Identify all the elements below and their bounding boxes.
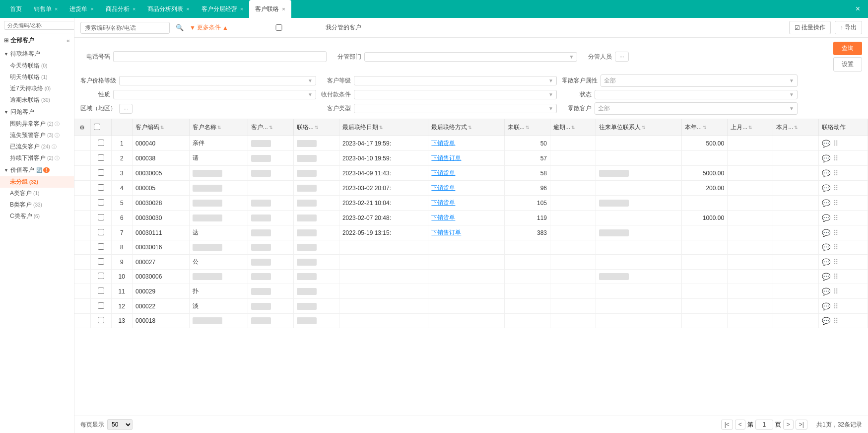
action-chat-8[interactable]: 💬 [822, 258, 830, 266]
tab-customer-layer[interactable]: 客户分层经营 × [196, 0, 249, 18]
sidebar-item-C[interactable]: C类客户 (6) [0, 211, 74, 222]
filter-person-btn[interactable]: ··· [615, 52, 628, 62]
tab-analysis-list[interactable]: 商品分析列表 × [141, 0, 195, 18]
first-page-btn[interactable]: |< [721, 420, 733, 430]
row-checkbox-11[interactable] [98, 302, 104, 309]
sidebar-item-overdue[interactable]: 逾期未联络 (30) [0, 94, 74, 106]
tab-analysis-list-close[interactable]: × [186, 6, 189, 12]
sidebar-item-abnormal[interactable]: 囤购异常客户 (2) ⓘ [0, 118, 74, 130]
row-checkbox-10[interactable] [98, 288, 104, 294]
action-more-3[interactable]: ⠿ [833, 184, 838, 192]
close-all-tabs[interactable]: × [852, 4, 864, 13]
action-chat-4[interactable]: 💬 [822, 199, 830, 207]
filter-retail-select[interactable]: 全部 ▼ [595, 102, 798, 115]
col-last-month[interactable]: 上月...⇅ [728, 119, 773, 136]
action-more-8[interactable]: ⠿ [833, 258, 838, 266]
last-contact-type-link[interactable]: 下销货单 [431, 184, 455, 191]
action-more-10[interactable]: ⠿ [833, 288, 838, 295]
my-customers-checkbox[interactable] [234, 24, 324, 31]
batch-op-btn[interactable]: ☑ 批量操作 [789, 21, 831, 34]
last-page-btn[interactable]: >| [796, 420, 807, 430]
action-more-4[interactable]: ⠿ [833, 199, 838, 207]
action-chat-5[interactable]: 💬 [822, 214, 830, 222]
last-contact-type-link[interactable]: 下销货单 [431, 140, 455, 146]
action-more-9[interactable]: ⠿ [833, 273, 838, 281]
last-contact-type-link[interactable]: 下销货单 [431, 214, 455, 221]
action-more-6[interactable]: ⠿ [833, 229, 838, 237]
filter-nature-select[interactable]: ▼ [113, 90, 316, 99]
filter-status-select[interactable]: ▼ [595, 90, 798, 99]
more-conditions-btn[interactable]: ▼ 更多条件 ▲ [190, 23, 228, 32]
tab-customer-contact-close[interactable]: × [282, 6, 285, 12]
tab-purchase-close[interactable]: × [90, 6, 93, 12]
sidebar-item-declining[interactable]: 持续下滑客户 (2) ⓘ [0, 152, 74, 164]
action-chat-10[interactable]: 💬 [822, 288, 830, 295]
my-customers-filter[interactable]: 我分管的客户 [234, 23, 361, 32]
pending-section-header[interactable]: ▼ 待联络客户 [0, 48, 74, 60]
row-checkbox-3[interactable] [98, 184, 104, 191]
tab-purchase[interactable]: 进货单 × [64, 0, 99, 18]
tab-sales-close[interactable]: × [55, 6, 58, 12]
row-checkbox-1[interactable] [98, 154, 104, 161]
action-chat-9[interactable]: 💬 [822, 273, 830, 281]
action-chat-7[interactable]: 💬 [822, 243, 830, 251]
value-section-header[interactable]: ▼ 价值客户 🔄 ! [0, 164, 74, 176]
all-customers-header[interactable]: ⊞ 全部客户 « [0, 33, 74, 48]
action-more-12[interactable]: ⠿ [833, 317, 838, 325]
filter-customer-level-select[interactable]: ▼ [354, 76, 557, 85]
tab-analysis-close[interactable]: × [133, 6, 135, 12]
sidebar-item-today[interactable]: 今天待联络 (0) [0, 60, 74, 72]
search-input[interactable] [80, 22, 170, 34]
row-checkbox-8[interactable] [98, 258, 104, 265]
reset-btn[interactable]: 设置 [833, 57, 862, 72]
sidebar-item-ungroup[interactable]: 未分组 (32) [0, 176, 74, 188]
filter-retail-attr-select[interactable]: 全部 ▼ [601, 74, 798, 87]
row-checkbox-12[interactable] [98, 317, 104, 323]
tab-customer-contact[interactable]: 客户联络 × [249, 0, 291, 18]
filter-region-btn[interactable]: ··· [119, 104, 133, 114]
filter-payment-select[interactable]: ▼ [354, 90, 557, 99]
sidebar-item-warning[interactable]: 流失预警客户 (3) ⓘ [0, 130, 74, 141]
col-gear[interactable]: ⚙ [74, 119, 90, 136]
action-chat-12[interactable]: 💬 [822, 317, 830, 325]
action-chat-6[interactable]: 💬 [822, 229, 830, 237]
tab-customer-layer-close[interactable]: × [240, 6, 243, 12]
col-name[interactable]: 客户名称⇅ [189, 119, 248, 136]
filter-price-level-select[interactable]: ▼ [119, 76, 316, 85]
action-more-2[interactable]: ⠿ [833, 169, 838, 177]
sidebar-collapse-icon[interactable]: « [67, 37, 70, 44]
select-all-checkbox[interactable] [94, 124, 100, 130]
action-more-1[interactable]: ⠿ [833, 154, 838, 162]
sidebar-item-tomorrow[interactable]: 明天待联络 (1) [0, 72, 74, 83]
last-contact-type-link[interactable]: 下销货单 [431, 169, 455, 176]
filter-search-icon[interactable]: 🔍 [176, 24, 184, 31]
row-checkbox-4[interactable] [98, 199, 104, 206]
action-chat-11[interactable]: 💬 [822, 302, 830, 310]
action-more-5[interactable]: ⠿ [833, 214, 838, 222]
sidebar-item-B[interactable]: B类客户 (33) [0, 199, 74, 211]
row-checkbox-9[interactable] [98, 273, 104, 279]
sidebar-search-input[interactable] [4, 21, 74, 30]
filter-dept-select[interactable]: ▼ [364, 52, 578, 62]
action-more-7[interactable]: ⠿ [833, 243, 838, 251]
row-checkbox-0[interactable] [98, 140, 104, 146]
filter-phone-input[interactable] [113, 51, 327, 62]
sidebar-item-A[interactable]: A类客户 (1) [0, 188, 74, 199]
row-checkbox-5[interactable] [98, 214, 104, 220]
tab-analysis[interactable]: 商品分析 × [100, 0, 141, 18]
problem-section-header[interactable]: ▼ 问题客户 [0, 106, 74, 118]
last-contact-type-link[interactable]: 下销售订单 [431, 154, 461, 161]
tab-home[interactable]: 首页 [4, 0, 28, 18]
last-contact-type-link[interactable]: 下销货单 [431, 199, 455, 206]
col-this-month[interactable]: 本月...⇅ [773, 119, 819, 136]
col-code[interactable]: 客户编码⇅ [133, 119, 190, 136]
row-checkbox-2[interactable] [98, 169, 104, 176]
page-size-select[interactable]: 50 20 100 [107, 419, 133, 430]
page-number-input[interactable] [755, 420, 773, 430]
col-last-type[interactable]: 最后联络方式⇅ [428, 119, 504, 136]
col-last-date[interactable]: 最后联络日期⇅ [339, 119, 428, 136]
col-overdue[interactable]: 逾期...⇅ [550, 119, 596, 136]
next-page-btn[interactable]: > [783, 420, 794, 430]
action-chat-1[interactable]: 💬 [822, 154, 830, 162]
last-contact-type-link[interactable]: 下销售订单 [431, 229, 461, 236]
